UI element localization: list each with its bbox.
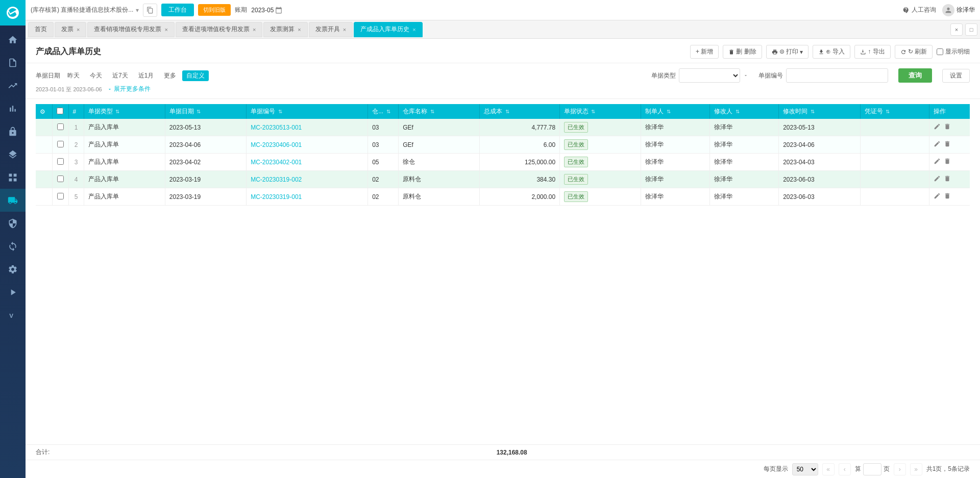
- sidebar-item-settings[interactable]: [0, 258, 26, 281]
- query-button[interactable]: 查询: [898, 68, 932, 83]
- row-docnum-link[interactable]: MC-20230319-001: [251, 193, 302, 200]
- workbench-button[interactable]: 工作台: [161, 4, 194, 16]
- tab-view-sales-vat-close[interactable]: ×: [164, 27, 167, 33]
- user-menu[interactable]: 徐泽华: [942, 4, 975, 16]
- col-doctype[interactable]: 单据类型 ⇅: [84, 104, 165, 119]
- tab-view-purchase-vat[interactable]: 查看进项增值税专用发票 ×: [176, 22, 262, 37]
- row-docnum[interactable]: MC-20230402-001: [247, 154, 368, 171]
- filter-expand-btn[interactable]: 展开更多条件: [107, 85, 151, 93]
- sidebar-item-refresh[interactable]: [0, 235, 26, 258]
- sidebar-item-analytics[interactable]: [0, 74, 26, 97]
- sidebar-item-chart[interactable]: [0, 97, 26, 120]
- row-checkbox[interactable]: [57, 193, 64, 199]
- row-docnum-link[interactable]: MC-20230402-001: [251, 159, 302, 166]
- col-whname[interactable]: 仓库名称 ⇅: [399, 104, 480, 119]
- row-checkbox-cell[interactable]: [52, 188, 68, 206]
- row-checkbox-cell[interactable]: [52, 154, 68, 171]
- tab-product-inbound-history[interactable]: 产成品入库单历史 ×: [354, 22, 422, 37]
- tab-invoice-issue[interactable]: 发票开具 ×: [309, 22, 353, 37]
- tab-expand-button[interactable]: □: [965, 23, 977, 36]
- row-checkbox-cell[interactable]: [52, 136, 68, 154]
- sidebar-item-warehouse[interactable]: [0, 189, 26, 212]
- app-logo[interactable]: [0, 0, 26, 26]
- row-checkbox[interactable]: [57, 123, 64, 130]
- filter-settings-button[interactable]: 设置: [942, 69, 970, 83]
- last-page-button[interactable]: »: [910, 463, 922, 475]
- next-page-button[interactable]: ›: [894, 463, 906, 475]
- row-edit-icon[interactable]: [934, 123, 941, 132]
- tab-invoice-calc[interactable]: 发票测算 ×: [263, 22, 307, 37]
- col-voucher[interactable]: 凭证号 ⇅: [860, 104, 929, 119]
- sidebar-item-doc[interactable]: [0, 51, 26, 74]
- col-settings[interactable]: ⚙: [36, 104, 52, 119]
- row-docnum[interactable]: MC-20230513-001: [247, 119, 368, 136]
- sidebar-item-stamp[interactable]: [0, 212, 26, 235]
- per-page-select[interactable]: 50 10 20 100: [792, 463, 818, 475]
- copy-button[interactable]: [143, 4, 157, 17]
- row-docnum-link[interactable]: MC-20230513-001: [251, 124, 302, 131]
- tab-home[interactable]: 首页: [28, 22, 54, 37]
- sidebar-item-home[interactable]: [0, 28, 26, 51]
- row-delete-icon[interactable]: [944, 192, 951, 201]
- new-button[interactable]: + 新增: [690, 45, 719, 59]
- filter-doctype-select[interactable]: [679, 68, 740, 83]
- tab-product-inbound-history-close[interactable]: ×: [412, 27, 415, 33]
- filter-docnum-input[interactable]: [786, 68, 888, 83]
- col-creator[interactable]: 制单人 ⇅: [641, 104, 710, 119]
- row-delete-icon[interactable]: [944, 175, 951, 184]
- sidebar-item-lock[interactable]: [0, 120, 26, 143]
- sidebar-item-version[interactable]: V: [0, 304, 26, 326]
- date-today-btn[interactable]: 今天: [86, 70, 106, 81]
- tab-view-sales-vat[interactable]: 查看销项增值税专用发票 ×: [87, 22, 174, 37]
- col-docdate[interactable]: 单据日期 ⇅: [165, 104, 246, 119]
- export-button[interactable]: ↑ 导出: [854, 45, 890, 59]
- date-custom-btn[interactable]: 自定义: [182, 70, 209, 81]
- tab-invoice-close[interactable]: ×: [77, 27, 80, 33]
- delete-button[interactable]: 删 删除: [723, 45, 762, 59]
- row-delete-icon[interactable]: [944, 123, 951, 132]
- sidebar-item-play[interactable]: [0, 281, 26, 304]
- row-checkbox-cell[interactable]: [52, 171, 68, 188]
- col-modtime[interactable]: 修改时间 ⇅: [779, 104, 860, 119]
- col-status[interactable]: 单据状态 ⇅: [560, 104, 641, 119]
- row-checkbox[interactable]: [57, 175, 64, 182]
- row-docnum[interactable]: MC-20230406-001: [247, 136, 368, 154]
- row-edit-icon[interactable]: [934, 192, 941, 201]
- row-docnum[interactable]: MC-20230319-002: [247, 171, 368, 188]
- col-totalcost[interactable]: 总成本 ⇅: [480, 104, 560, 119]
- select-all-checkbox[interactable]: [57, 108, 63, 114]
- row-edit-icon[interactable]: [934, 140, 941, 149]
- date-1month-btn[interactable]: 近1月: [134, 70, 158, 81]
- row-docnum-link[interactable]: MC-20230406-001: [251, 141, 302, 148]
- period-switch-button[interactable]: 切到旧版: [198, 4, 231, 16]
- tab-invoice[interactable]: 发票 ×: [55, 22, 86, 37]
- row-checkbox[interactable]: [57, 158, 64, 165]
- first-page-button[interactable]: «: [822, 463, 835, 475]
- date-more-btn[interactable]: 更多: [160, 70, 180, 81]
- tab-view-purchase-vat-close[interactable]: ×: [253, 27, 256, 33]
- row-delete-icon[interactable]: [944, 158, 951, 166]
- row-docnum-link[interactable]: MC-20230319-002: [251, 176, 302, 183]
- col-checkbox[interactable]: [52, 104, 68, 119]
- row-checkbox[interactable]: [57, 141, 64, 147]
- page-number-input[interactable]: 1: [863, 463, 881, 475]
- prev-page-button[interactable]: ‹: [839, 463, 851, 475]
- date-yesterday-btn[interactable]: 昨天: [63, 70, 84, 81]
- row-edit-icon[interactable]: [934, 175, 941, 184]
- col-docnum[interactable]: 单据编号 ⇅: [247, 104, 368, 119]
- tab-close-all-button[interactable]: ×: [950, 23, 963, 36]
- tab-invoice-calc-close[interactable]: ×: [298, 27, 301, 33]
- refresh-button[interactable]: ↻ 刷新: [895, 45, 933, 59]
- row-delete-icon[interactable]: [944, 140, 951, 149]
- show-detail-checkbox[interactable]: 显示明细: [937, 47, 970, 56]
- sidebar-item-layers[interactable]: [0, 143, 26, 166]
- row-edit-icon[interactable]: [934, 158, 941, 166]
- row-docnum[interactable]: MC-20230319-001: [247, 188, 368, 206]
- print-button[interactable]: ⊜ 打印 ▾: [766, 45, 808, 59]
- service-button[interactable]: 人工咨询: [902, 6, 936, 14]
- tab-invoice-issue-close[interactable]: ×: [343, 27, 346, 33]
- col-whcode[interactable]: 仓... ⇅: [368, 104, 399, 119]
- sidebar-item-grid[interactable]: [0, 166, 26, 189]
- brand-dropdown-arrow[interactable]: ▾: [136, 7, 139, 14]
- date-7days-btn[interactable]: 近7天: [108, 70, 132, 81]
